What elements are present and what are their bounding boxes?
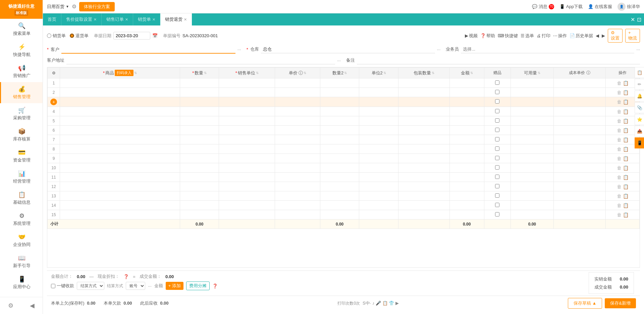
unit-cell-10[interactable]	[219, 173, 275, 182]
experience-btn[interactable]: 体验行业方案	[79, 2, 115, 11]
unit-cell-7[interactable]	[219, 144, 275, 154]
sidebar-item-0[interactable]: 🔍搜索菜单	[0, 19, 43, 40]
qty2-cell-8[interactable]	[320, 154, 359, 163]
operation-btn[interactable]: ⋯ 操作	[553, 33, 567, 39]
qty2-cell-3[interactable]	[320, 107, 359, 116]
unit2-cell-1[interactable]	[359, 88, 398, 97]
unit2-cell-11[interactable]	[359, 182, 398, 191]
topbar-gear-icon[interactable]: ⚙	[72, 3, 76, 10]
gift-check-7[interactable]	[495, 146, 499, 151]
delete-icon-10[interactable]: 🗑	[617, 175, 622, 180]
gift-check-8[interactable]	[495, 156, 499, 160]
gift-check-5[interactable]	[495, 128, 499, 132]
avail-cell-11[interactable]	[511, 182, 553, 191]
add-payment-btn[interactable]: + 添加	[166, 282, 183, 290]
qty-cell-5[interactable]	[180, 126, 219, 135]
product-cell-12[interactable]	[60, 191, 180, 201]
delete-icon-6[interactable]: 🗑	[617, 137, 622, 142]
cost-cell-8[interactable]	[553, 154, 606, 163]
qty-cell-8[interactable]	[180, 154, 219, 163]
nav-prev-icon[interactable]: ◀	[596, 33, 599, 38]
delete-icon-12[interactable]: 🗑	[617, 193, 622, 199]
sidebar-item-11[interactable]: 📖新手引导	[0, 251, 43, 272]
price-cell-1[interactable]	[275, 88, 320, 97]
avail-cell-10[interactable]	[511, 173, 553, 182]
price-cell-4[interactable]	[275, 116, 320, 126]
salesperson-more-icon[interactable]: ···	[636, 47, 640, 52]
unit-cell-8[interactable]	[219, 154, 275, 163]
logistics-btn[interactable]: + 物流	[625, 29, 640, 43]
unit-cell-5[interactable]	[219, 126, 275, 135]
tab-4[interactable]: 销货退货✕	[160, 13, 192, 25]
product-cell-2[interactable]	[60, 97, 180, 107]
gift-check-10[interactable]	[495, 175, 499, 179]
cost-cell-0[interactable]	[553, 78, 606, 88]
copy-icon-10[interactable]: 📋	[623, 175, 629, 180]
shortcut-btn[interactable]: ⌨ 快捷键	[498, 33, 518, 39]
gift-check-14[interactable]	[495, 212, 499, 216]
tab-3[interactable]: 销货单✕	[133, 13, 160, 25]
avail-cell-2[interactable]	[511, 97, 553, 107]
add-row-btn[interactable]: +	[50, 99, 57, 105]
amount-cell-0[interactable]	[449, 78, 484, 88]
date-input[interactable]	[113, 32, 150, 40]
gift-cell-9[interactable]	[484, 163, 511, 173]
history-btn[interactable]: 📄 历史单据	[570, 33, 593, 39]
copy-icon-1[interactable]: 📋	[623, 90, 629, 95]
unit2-cell-2[interactable]	[359, 97, 398, 107]
price-cell-6[interactable]	[275, 135, 320, 144]
sidebar-item-9[interactable]: ⚙系统管理	[0, 209, 43, 230]
product-cell-4[interactable]	[60, 116, 180, 126]
scan-btn[interactable]: 扫码录入	[115, 70, 133, 76]
product-cell-14[interactable]	[60, 210, 180, 219]
copy-icon-13[interactable]: 📋	[623, 203, 629, 208]
amount-cell-13[interactable]	[449, 201, 484, 210]
unit2-cell-7[interactable]	[359, 144, 398, 154]
app-download-btn[interactable]: 📱 App下载	[559, 4, 583, 10]
settle-method-select[interactable]: 结算方式	[77, 282, 104, 290]
industry-selector[interactable]: 日用百货 ▼	[47, 4, 69, 10]
amount-sort-icon[interactable]: ⇅	[470, 71, 473, 75]
gift-cell-2[interactable]	[484, 97, 511, 107]
price-cell-0[interactable]	[275, 78, 320, 88]
product-cell-6[interactable]	[60, 135, 180, 144]
unit2-cell-9[interactable]	[359, 163, 398, 173]
address-more-icon[interactable]: ···	[337, 58, 341, 63]
save-new-btn[interactable]: 保存&新增	[605, 298, 636, 308]
tab-0[interactable]: 首页	[43, 13, 61, 25]
qty-cell-4[interactable]	[180, 116, 219, 126]
unit2-cell-13[interactable]	[359, 201, 398, 210]
tab-close-3[interactable]: ✕	[152, 17, 155, 22]
delete-icon-9[interactable]: 🗑	[617, 165, 622, 171]
sidebar-item-7[interactable]: 📊经营管理	[0, 167, 43, 188]
gift-check-12[interactable]	[495, 193, 499, 198]
right-panel-btn-2[interactable]: 🔔	[635, 90, 644, 102]
qty2-cell-4[interactable]	[320, 116, 359, 126]
product-sort-icon[interactable]: ⇅	[134, 71, 137, 75]
unit2-cell-10[interactable]	[359, 173, 398, 182]
cost-cell-11[interactable]	[553, 182, 606, 191]
unit2-cell-4[interactable]	[359, 116, 398, 126]
expand-tab-btn[interactable]: ⊡	[637, 16, 641, 23]
gift-cell-6[interactable]	[484, 135, 511, 144]
gift-cell-10[interactable]	[484, 173, 511, 182]
delete-icon-8[interactable]: 🗑	[617, 156, 622, 161]
cost-cell-4[interactable]	[553, 116, 606, 126]
amount-cell-12[interactable]	[449, 191, 484, 201]
gift-cell-13[interactable]	[484, 201, 511, 210]
calendar-icon[interactable]: 📅	[152, 33, 158, 38]
avail-cell-13[interactable]	[511, 201, 553, 210]
delete-icon-7[interactable]: 🗑	[617, 146, 622, 152]
qty-cell-12[interactable]	[180, 191, 219, 201]
delete-icon-4[interactable]: 🗑	[617, 118, 622, 124]
product-cell-3[interactable]	[60, 107, 180, 116]
one-click-label[interactable]: 一键收款	[51, 283, 74, 289]
avail-cell-4[interactable]	[511, 116, 553, 126]
pack-cell-5[interactable]	[398, 126, 450, 135]
gift-cell-1[interactable]	[484, 88, 511, 97]
avail-cell-1[interactable]	[511, 88, 553, 97]
tab-close-4[interactable]: ✕	[184, 17, 187, 22]
qty2-cell-1[interactable]	[320, 88, 359, 97]
gift-check-3[interactable]	[495, 109, 499, 113]
setting-btn[interactable]: ⚙ 设置	[608, 29, 623, 43]
